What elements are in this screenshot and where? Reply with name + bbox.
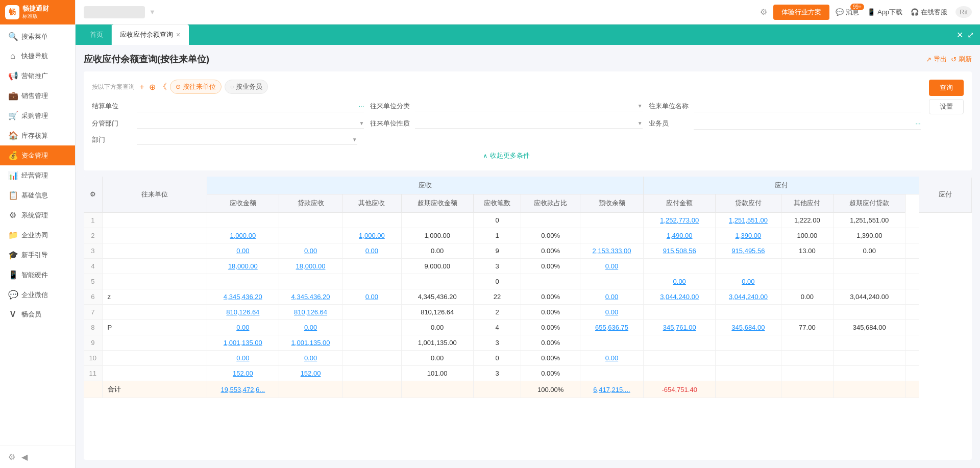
row-ap-loan[interactable]: 1,251,551.00 <box>716 212 781 228</box>
row-ar-prepay[interactable] <box>580 366 643 381</box>
app-download-button[interactable]: 📱 App下载 <box>867 8 902 17</box>
row-ar-amount[interactable]: 1,000.00 <box>207 228 279 243</box>
row-ar-loan[interactable]: 152.00 <box>279 366 342 381</box>
settings-button[interactable]: 设置 <box>929 99 964 114</box>
sidebar-item-base-info[interactable]: 📋 基础信息 <box>0 185 75 205</box>
row-ar-other[interactable] <box>342 305 401 320</box>
row-ap-loan[interactable]: 345,684.00 <box>716 320 781 335</box>
collapse-sidebar-icon[interactable]: ◀ <box>21 452 28 462</box>
sidebar-item-marketing[interactable]: 📢 营销推广 <box>0 66 75 86</box>
row-ap-amount[interactable]: 345,761.00 <box>644 320 716 335</box>
sidebar-item-finance[interactable]: 💰 资金管理 <box>0 145 75 165</box>
sidebar-item-quick-nav[interactable]: ⌂ 快捷导航 <box>0 46 75 66</box>
row-ar-loan[interactable]: 0.00 <box>279 243 342 259</box>
row-ap-loan[interactable] <box>716 335 781 351</box>
salesman-dots[interactable]: ··· <box>915 119 921 127</box>
row-ar-other[interactable] <box>342 212 401 228</box>
row-ap-loan[interactable] <box>716 351 781 366</box>
row-ar-prepay[interactable]: 655,636.75 <box>580 320 643 335</box>
row-ap-loan[interactable]: 1,390.00 <box>716 228 781 243</box>
edit-schema-icon[interactable]: ⊕ <box>149 82 156 92</box>
dept-manage-select[interactable]: ▼ <box>137 118 364 129</box>
row-ap-amount[interactable]: 0.00 <box>644 274 716 289</box>
tab-close-all-icon[interactable]: ✕ <box>957 30 963 40</box>
row-ar-amount[interactable]: 18,000.00 <box>207 259 279 274</box>
row-ar-prepay[interactable] <box>580 228 643 243</box>
row-ap-loan[interactable] <box>716 259 781 274</box>
row-ar-other[interactable]: 0.00 <box>342 289 401 305</box>
row-ap-amount[interactable] <box>644 351 716 366</box>
row-ar-prepay[interactable]: 0.00 <box>580 351 643 366</box>
row-ar-loan[interactable]: 0.00 <box>279 351 342 366</box>
row-ap-amount[interactable]: 3,044,240.00 <box>644 289 716 305</box>
row-ap-loan[interactable]: 3,044,240.00 <box>716 289 781 305</box>
sidebar-item-wechat[interactable]: 💬 企业微信 <box>0 285 75 305</box>
sidebar-item-operation[interactable]: 📊 经营管理 <box>0 165 75 185</box>
row-ar-prepay[interactable]: 0.00 <box>580 259 643 274</box>
row-ap-amount[interactable]: 915,508.56 <box>644 243 716 259</box>
row-ar-loan[interactable]: 1,001,135.00 <box>279 335 342 351</box>
row-ar-amount[interactable]: 0.00 <box>207 243 279 259</box>
row-ap-amount[interactable] <box>644 335 716 351</box>
sidebar-item-smart-hw[interactable]: 📱 智能硬件 <box>0 265 75 285</box>
sidebar-item-system[interactable]: ⚙ 系统管理 <box>0 205 75 225</box>
row-ar-prepay[interactable] <box>580 274 643 289</box>
row-ar-amount[interactable] <box>207 274 279 289</box>
online-service-button[interactable]: 🎧 在线客服 <box>911 8 947 17</box>
col-settings-header[interactable]: ⚙ <box>84 177 102 212</box>
refresh-button[interactable]: ↺ 刷新 <box>951 55 972 64</box>
row-ar-amount[interactable] <box>207 212 279 228</box>
total-ar-prepay[interactable]: 6,417,215.... <box>580 381 643 398</box>
group-by-partner[interactable]: ⊙ 按往来单位 <box>170 80 222 94</box>
row-ar-prepay[interactable]: 0.00 <box>580 305 643 320</box>
row-ap-amount[interactable]: 1,252,773.00 <box>644 212 716 228</box>
row-ar-amount[interactable]: 152.00 <box>207 366 279 381</box>
row-ar-amount[interactable]: 4,345,436.20 <box>207 289 279 305</box>
partner-category-select[interactable]: ▼ <box>415 101 642 111</box>
group-by-salesman[interactable]: ○ 按业务员 <box>225 80 268 94</box>
row-ar-loan[interactable] <box>279 228 342 243</box>
tab-expand-icon[interactable]: ⤢ <box>967 30 974 40</box>
export-button[interactable]: ↗ 导出 <box>926 55 947 64</box>
message-button[interactable]: 💬 消息 99+ <box>836 8 859 17</box>
topbar-gear-icon[interactable]: ⚙ <box>760 7 767 17</box>
row-ar-other[interactable] <box>342 366 401 381</box>
row-ar-amount[interactable]: 0.00 <box>207 320 279 335</box>
settlement-unit-dots[interactable]: ··· <box>358 102 364 110</box>
row-ar-amount[interactable]: 810,126.64 <box>207 305 279 320</box>
query-button[interactable]: 查询 <box>929 80 964 96</box>
row-ar-loan[interactable] <box>279 212 342 228</box>
partner-nature-select[interactable]: ▼ <box>415 118 642 129</box>
filter-collapse[interactable]: ∧ 收起更多条件 <box>92 149 921 162</box>
sidebar-item-guide[interactable]: 🎓 新手引导 <box>0 245 75 265</box>
user-name[interactable]: Rit <box>955 8 972 16</box>
sidebar-item-search-menu[interactable]: 🔍 搜索菜单 <box>0 27 75 46</box>
salesman-input[interactable]: ··· <box>694 117 921 130</box>
row-ar-other[interactable] <box>342 335 401 351</box>
promo-button[interactable]: 体验行业方案 <box>773 5 829 20</box>
settlement-unit-input[interactable]: ··· <box>137 100 364 112</box>
row-ar-loan[interactable]: 4,345,436.20 <box>279 289 342 305</box>
row-ar-other[interactable]: 1,000.00 <box>342 228 401 243</box>
row-ar-loan[interactable]: 0.00 <box>279 320 342 335</box>
tab-close-icon[interactable]: × <box>176 31 180 39</box>
row-ar-other[interactable]: 0.00 <box>342 243 401 259</box>
row-ar-amount[interactable]: 1,001,135.00 <box>207 335 279 351</box>
row-ap-amount[interactable]: 1,490.00 <box>644 228 716 243</box>
row-ap-loan[interactable] <box>716 305 781 320</box>
add-schema-icon[interactable]: ＋ <box>138 82 146 92</box>
row-ar-prepay[interactable] <box>580 212 643 228</box>
row-ar-other[interactable] <box>342 274 401 289</box>
tab-ar-ap[interactable]: 应收应付余额查询 × <box>112 24 189 45</box>
sidebar-item-collab[interactable]: 📁 企业协同 <box>0 225 75 245</box>
dept-select[interactable]: ▼ <box>137 135 357 145</box>
sidebar-item-inventory[interactable]: 🏠 库存核算 <box>0 126 75 145</box>
row-ar-other[interactable] <box>342 259 401 274</box>
total-ar-amount[interactable]: 19,553,472,6... <box>207 381 279 398</box>
sidebar-item-vip[interactable]: V 畅会员 <box>0 305 75 324</box>
row-ar-other[interactable] <box>342 320 401 335</box>
row-ar-loan[interactable] <box>279 274 342 289</box>
row-ap-loan[interactable] <box>716 366 781 381</box>
tab-home[interactable]: 首页 <box>82 24 112 45</box>
row-ar-amount[interactable]: 0.00 <box>207 351 279 366</box>
